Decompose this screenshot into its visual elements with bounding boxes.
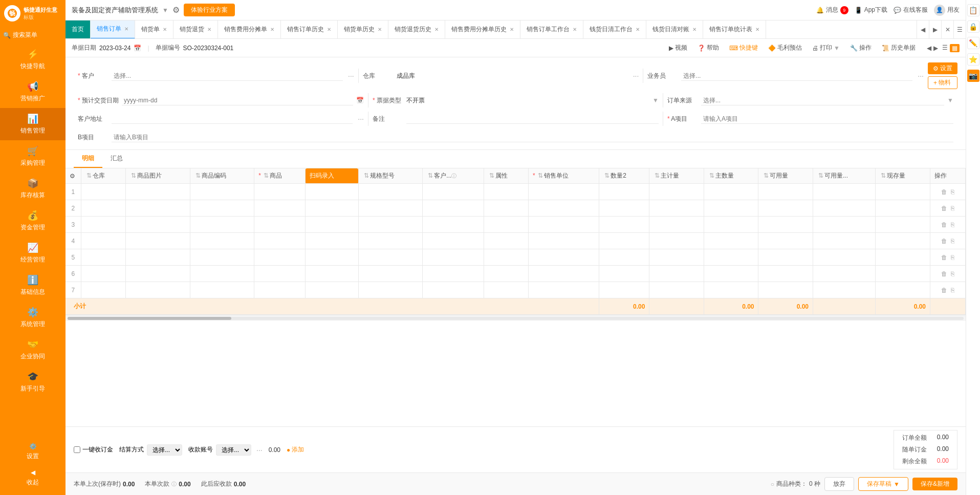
- th-stock[interactable]: ⇅现存量: [876, 168, 930, 184]
- th-product[interactable]: ⇅商品: [254, 168, 306, 184]
- row-5-action[interactable]: 🗑 ⎘: [930, 249, 966, 266]
- row-2-attr[interactable]: [484, 200, 528, 217]
- tab-sales-return-close[interactable]: ✕: [207, 27, 211, 32]
- th-spec[interactable]: ⇅规格型号: [358, 168, 423, 184]
- discard-btn[interactable]: 放弃: [824, 477, 854, 491]
- account-select[interactable]: 选择...: [216, 444, 251, 456]
- online-service-btn[interactable]: 💬 在线客服: [894, 6, 928, 14]
- right-panel-btn-3[interactable]: ✏️: [967, 37, 979, 49]
- row-2-warehouse[interactable]: [81, 200, 125, 217]
- th-settings[interactable]: ⚙: [66, 168, 81, 184]
- row-2-copy-icon[interactable]: ⎘: [951, 205, 954, 212]
- tab-money-workbench[interactable]: 钱货日清工作台 ✕: [583, 20, 646, 39]
- th-unit[interactable]: ⇅销售单位: [529, 168, 599, 184]
- row-2-customer[interactable]: [423, 200, 484, 217]
- save-draft-dropdown-icon[interactable]: ▼: [894, 481, 900, 488]
- delivery-calendar-icon[interactable]: 📅: [356, 97, 364, 104]
- sidebar-item-basics[interactable]: ℹ️ 基础信息: [0, 269, 66, 302]
- th-code[interactable]: ⇅商品编码: [190, 168, 254, 184]
- salesperson-expand-icon[interactable]: ···: [918, 72, 924, 80]
- tab-sales-workbench[interactable]: 销售订单工作台 ✕: [520, 20, 583, 39]
- right-panel-btn-2[interactable]: 🔒: [967, 20, 979, 33]
- row-7-action[interactable]: 🗑 ⎘: [930, 282, 966, 298]
- save-new-btn[interactable]: 保存&新增: [912, 478, 957, 490]
- row-1-attr[interactable]: [484, 184, 528, 200]
- tab-money-workbench-close[interactable]: ✕: [636, 27, 640, 32]
- navtabs-prev[interactable]: ◀: [917, 20, 929, 39]
- row-2-delete-icon[interactable]: 🗑: [941, 205, 947, 212]
- row-3-warehouse[interactable]: [81, 217, 125, 233]
- invoice-type-dropdown-icon[interactable]: ▼: [652, 97, 659, 104]
- row-4-copy-icon[interactable]: ⎘: [951, 238, 954, 245]
- table-scrollbar[interactable]: [66, 315, 966, 321]
- order-source-dropdown-icon[interactable]: ▼: [947, 97, 953, 104]
- row-1-main-unit[interactable]: [649, 184, 704, 200]
- payment-method-select[interactable]: 选择...: [147, 444, 182, 456]
- sidebar-item-purchase[interactable]: 🛒 采购管理: [0, 140, 66, 173]
- row-3-copy-icon[interactable]: ⎘: [951, 221, 954, 228]
- th-attr[interactable]: ⇅属性: [484, 168, 528, 184]
- row-6-action[interactable]: 🗑 ⎘: [930, 266, 966, 282]
- row-4-delete-icon[interactable]: 🗑: [941, 238, 947, 245]
- shortcut-btn[interactable]: ⌨ 快捷键: [726, 42, 761, 53]
- row-2-main-qty[interactable]: [704, 200, 758, 217]
- tab-sales-stats-close[interactable]: ✕: [755, 27, 759, 32]
- row-1-unit[interactable]: [529, 184, 599, 200]
- right-panel-btn-4[interactable]: ⭐: [967, 53, 979, 66]
- row-7-copy-icon[interactable]: ⎘: [951, 287, 954, 294]
- sidebar-item-inventory[interactable]: 📦 库存核算: [0, 173, 66, 205]
- sidebar-item-guide[interactable]: 🎓 新手引导: [0, 366, 66, 398]
- scrollbar-track[interactable]: [68, 317, 964, 320]
- sidebar-item-sales[interactable]: 📊 销售管理: [0, 108, 66, 140]
- tab-sales-order-hist-close[interactable]: ✕: [327, 27, 331, 32]
- row-2-code[interactable]: [190, 200, 254, 217]
- print-btn[interactable]: 🖨 打印 ▼: [809, 42, 843, 53]
- tab-sales-stats[interactable]: 销售订单统计表 ✕: [703, 20, 766, 39]
- th-customer[interactable]: ⇅客户...ⓘ: [423, 168, 484, 184]
- tab-sales-order[interactable]: 销售订单 ✕: [91, 20, 135, 39]
- customer-addr-input[interactable]: [112, 114, 353, 124]
- card-view-btn[interactable]: ▦: [950, 44, 960, 52]
- th-qty2[interactable]: ⇅数量2: [599, 168, 649, 184]
- tab-sales-fee-close[interactable]: ✕: [270, 27, 274, 32]
- save-draft-btn[interactable]: 保存草稿 ▼: [858, 477, 908, 491]
- row-1-warehouse[interactable]: [81, 184, 125, 200]
- tab-sales-goods-hist-close[interactable]: ✕: [378, 27, 382, 32]
- row-1-delete-icon[interactable]: 🗑: [941, 188, 947, 196]
- row-2-unit[interactable]: [529, 200, 599, 217]
- sidebar-item-operations[interactable]: 📈 经营管理: [0, 237, 66, 269]
- footer-add-btn[interactable]: ● 添加: [287, 445, 304, 454]
- add-material-btn[interactable]: + 物料: [928, 76, 957, 89]
- industry-btn[interactable]: 体验行业方案: [184, 4, 235, 16]
- navtabs-next[interactable]: ▶: [929, 20, 941, 39]
- th-main-qty[interactable]: ⇅主数量: [704, 168, 758, 184]
- sidebar-item-marketing[interactable]: 📢 营销推广: [0, 76, 66, 108]
- topbar-dropdown-icon[interactable]: ▼: [162, 7, 168, 14]
- a-project-input[interactable]: [701, 114, 953, 124]
- tab-sales-return-hist-close[interactable]: ✕: [434, 27, 439, 32]
- salesperson-input[interactable]: [681, 71, 912, 81]
- row-6-copy-icon[interactable]: ⎘: [951, 270, 954, 277]
- tab-sales-goods[interactable]: 销货单 ✕: [135, 20, 173, 39]
- warehouse-expand-icon[interactable]: ···: [633, 72, 639, 80]
- tab-summary[interactable]: 汇总: [102, 150, 131, 168]
- th-available[interactable]: ⇅可用量: [758, 168, 813, 184]
- doc-date-value[interactable]: 2023-03-24: [99, 45, 130, 52]
- th-available2[interactable]: ⇅可用量...: [813, 168, 876, 184]
- topbar-gear-icon[interactable]: ⚙: [172, 5, 180, 15]
- tab-sales-fee[interactable]: 销售费用分摊单 ✕: [218, 20, 281, 39]
- row-2-spec[interactable]: [358, 200, 423, 217]
- tab-detail[interactable]: 明细: [74, 150, 102, 168]
- settings-btn[interactable]: ⚙ 设置: [928, 62, 957, 74]
- sidebar-item-system[interactable]: ⚙️ 系统管理: [0, 302, 66, 334]
- calendar-icon[interactable]: 📅: [134, 45, 141, 52]
- order-source-input[interactable]: [701, 96, 944, 105]
- row-1-code[interactable]: [190, 184, 254, 200]
- sidebar-item-finance[interactable]: 💰 资金管理: [0, 205, 66, 237]
- help-btn[interactable]: ❓ 帮助: [694, 42, 722, 53]
- profit-btn[interactable]: 🔶 毛利预估: [765, 42, 805, 53]
- tab-sales-fee-hist[interactable]: 销售费用分摊单历史 ✕: [445, 20, 520, 39]
- user-menu[interactable]: 👤 用友: [934, 5, 960, 16]
- sidebar-item-search[interactable]: 🔍 搜索菜单: [0, 27, 66, 44]
- row-1-qty2[interactable]: [599, 184, 649, 200]
